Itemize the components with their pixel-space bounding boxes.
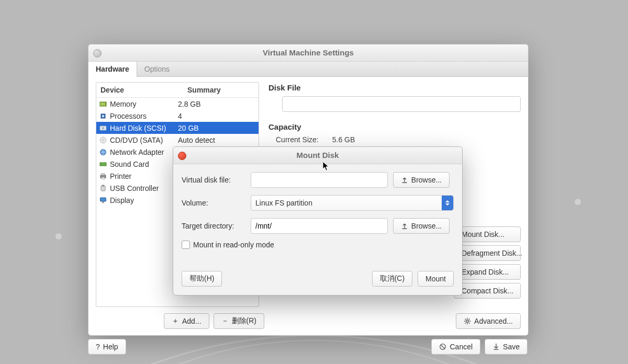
svg-line-25 <box>469 323 470 324</box>
readonly-label: Mount in read-only mode <box>193 241 274 249</box>
display-icon <box>99 197 107 204</box>
close-icon[interactable] <box>178 152 186 160</box>
dialog-titlebar: Mount Disk <box>173 147 462 164</box>
mount-disk-button[interactable]: Mount Disk... <box>454 226 521 242</box>
plus-icon: ＋ <box>172 316 179 326</box>
svg-line-29 <box>441 345 445 349</box>
device-row-processors[interactable]: Processors 4 <box>96 110 259 122</box>
svg-rect-3 <box>104 103 105 106</box>
device-toolbar: ＋ Add... － 删除(R) Advanced... <box>96 313 521 329</box>
col-device-header: Device <box>96 83 183 97</box>
svg-point-9 <box>102 139 104 141</box>
disk-file-input[interactable] <box>282 96 521 112</box>
network-icon <box>99 149 107 156</box>
current-size-value: 5.6 GB <box>332 135 355 144</box>
device-label: Memory <box>110 100 137 108</box>
chevron-updown-icon <box>442 196 453 210</box>
minus-icon: － <box>221 316 229 326</box>
volume-value: Linux FS partition <box>255 199 312 207</box>
volume-label: Volume: <box>182 199 245 207</box>
tab-hardware[interactable]: Hardware <box>88 61 137 77</box>
remove-device-button[interactable]: － 删除(R) <box>214 313 264 329</box>
disk-utility-buttons: Mount Disk... Defragment Disk... Expand … <box>454 226 521 299</box>
upload-icon <box>401 222 408 230</box>
target-dir-label: Target directory: <box>182 222 245 230</box>
device-label: Sound Card <box>110 160 149 168</box>
svg-rect-14 <box>102 177 105 179</box>
device-label: CD/DVD (SATA) <box>110 136 163 144</box>
hard-disk-icon <box>99 124 107 132</box>
dialog-cancel-button[interactable]: 取消(C) <box>372 271 412 287</box>
help-button[interactable]: ? Help <box>88 339 126 355</box>
svg-rect-17 <box>100 198 106 201</box>
target-dir-input[interactable] <box>251 218 388 234</box>
device-summary: 2.8 GB <box>175 100 259 108</box>
device-row-hard-disk[interactable]: Hard Disk (SCSI) 20 GB <box>96 122 259 134</box>
memory-icon <box>99 100 107 108</box>
disk-file-title: Disk File <box>268 83 521 92</box>
window-titlebar: Virtual Machine Settings <box>88 44 528 62</box>
add-device-button[interactable]: ＋ Add... <box>164 313 209 329</box>
readonly-row[interactable]: Mount in read-only mode <box>182 241 454 249</box>
usb-icon <box>99 185 107 192</box>
dialog-help-button[interactable]: 帮助(H) <box>182 271 222 287</box>
device-row-cd-dvd[interactable]: CD/DVD (SATA) Auto detect <box>96 134 259 146</box>
tab-options[interactable]: Options <box>137 62 177 76</box>
cancel-button[interactable]: Cancel <box>431 339 480 355</box>
compact-disk-button[interactable]: Compact Disk... <box>454 283 521 299</box>
device-label: Printer <box>110 172 131 180</box>
svg-rect-2 <box>102 103 103 106</box>
vdisk-file-input[interactable] <box>251 172 388 188</box>
upload-icon <box>401 176 408 184</box>
svg-rect-11 <box>100 163 106 166</box>
device-label: Display <box>110 196 134 204</box>
device-list-header: Device Summary <box>96 83 259 98</box>
footer-buttons: ? Help Cancel Save <box>88 339 528 355</box>
device-label: Hard Disk (SCSI) <box>110 124 166 132</box>
svg-rect-13 <box>102 174 105 175</box>
device-label: USB Controller <box>110 184 159 192</box>
printer-icon <box>99 173 107 180</box>
svg-rect-5 <box>102 115 104 117</box>
capacity-title: Capacity <box>268 122 521 131</box>
optical-disc-icon <box>99 136 107 144</box>
svg-point-19 <box>466 320 468 322</box>
device-label: Processors <box>110 112 147 120</box>
save-icon <box>492 343 500 350</box>
vdisk-label: Virtual disk file: <box>182 176 245 184</box>
svg-rect-18 <box>102 202 104 203</box>
gear-icon <box>464 317 471 325</box>
expand-disk-button[interactable]: Expand Disk... <box>454 264 521 280</box>
device-summary: 4 <box>175 112 259 120</box>
defragment-disk-button[interactable]: Defragment Disk... <box>454 245 521 261</box>
processor-icon <box>99 112 107 120</box>
dialog-mount-button[interactable]: Mount <box>418 271 454 287</box>
device-summary: Auto detect <box>175 136 259 144</box>
svg-line-24 <box>465 319 466 320</box>
close-icon[interactable] <box>93 49 102 58</box>
question-icon: ? <box>96 343 100 351</box>
svg-point-7 <box>102 127 104 129</box>
readonly-checkbox[interactable] <box>182 241 190 249</box>
sound-card-icon <box>99 161 107 168</box>
browse-vdisk-button[interactable]: Browse... <box>393 172 450 188</box>
advanced-button[interactable]: Advanced... <box>456 313 521 329</box>
svg-rect-16 <box>102 185 104 186</box>
svg-line-27 <box>465 323 466 324</box>
tab-bar: Hardware Options <box>88 62 528 77</box>
device-summary: 20 GB <box>175 124 259 132</box>
svg-line-26 <box>469 319 470 320</box>
browse-target-button[interactable]: Browse... <box>393 218 450 234</box>
cancel-icon <box>439 343 446 350</box>
col-summary-header: Summary <box>183 83 259 97</box>
volume-combo[interactable]: Linux FS partition <box>251 195 454 211</box>
svg-rect-1 <box>100 103 102 106</box>
mount-disk-dialog: Mount Disk Virtual disk file: Browse... … <box>173 146 463 295</box>
window-title: Virtual Machine Settings <box>263 48 354 57</box>
dialog-title: Mount Disk <box>297 151 339 160</box>
device-row-memory[interactable]: Memory 2.8 GB <box>96 98 259 110</box>
device-label: Network Adapter <box>110 148 164 156</box>
current-size-label: Current Size: <box>276 135 319 144</box>
save-button[interactable]: Save <box>485 339 528 355</box>
capacity-row: Current Size: 5.6 GB <box>276 135 521 144</box>
